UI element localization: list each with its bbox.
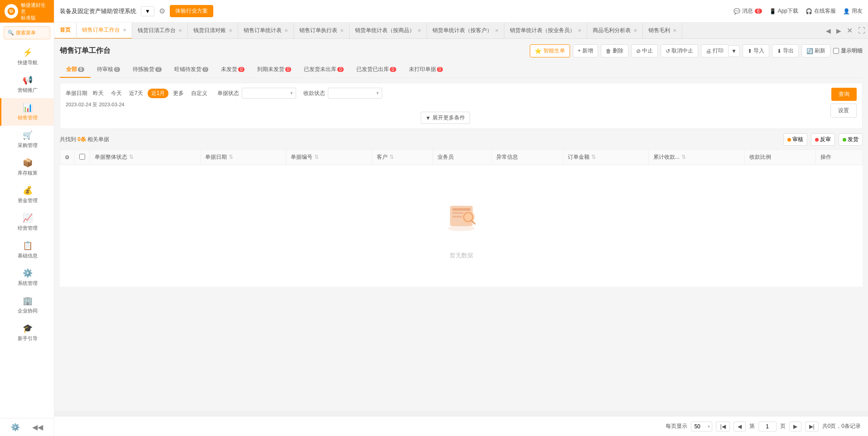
export-icon: ⬇ xyxy=(777,48,782,54)
tab-sales-gross[interactable]: 销售毛利 ✕ xyxy=(643,23,682,39)
sidebar-item-newbie[interactable]: 🎓 新手引导 xyxy=(0,319,54,346)
refresh-button[interactable]: 🔄 刷新 xyxy=(801,44,830,57)
status-select[interactable] xyxy=(242,88,296,99)
subtab-shipped-not-stocked[interactable]: 已发货未出库0 xyxy=(297,62,350,78)
tab-scroll-right-button[interactable]: ▶ xyxy=(834,23,844,39)
first-page-button[interactable]: |◀ xyxy=(716,422,729,431)
sidebar-item-finance[interactable]: 💰 资金管理 xyxy=(0,181,54,209)
select-all-checkbox[interactable] xyxy=(79,154,85,160)
operations-icon: 📈 xyxy=(23,213,33,223)
tab-sales-workbench[interactable]: 销售订单工作台 ✕ xyxy=(77,23,132,39)
uncheck-action-button[interactable]: 反审 xyxy=(811,133,835,146)
tab-close-sales-gross[interactable]: ✕ xyxy=(673,28,676,33)
tab-cash-daily[interactable]: 钱货日清工作台 ✕ xyxy=(132,23,188,39)
sidebar-item-purchase[interactable]: 🛒 采购管理 xyxy=(0,126,54,153)
print-dropdown-button[interactable]: ▼ xyxy=(728,45,740,57)
smart-create-button[interactable]: ⭐ 智能生单 xyxy=(530,44,570,57)
page-input[interactable] xyxy=(758,422,777,431)
industry-btn[interactable]: 体验行业方案 xyxy=(170,5,213,17)
subtab-unprinted[interactable]: 未打印单据0 xyxy=(403,62,450,78)
main-area: 装备及固定资产辅助管理系统 ▼ ⚙ 体验行业方案 💬 消息 6 📱 App下载 … xyxy=(54,0,868,436)
tab-gross-profit[interactable]: 商品毛利分析表 ✕ xyxy=(587,23,643,39)
page-suffix: 页 xyxy=(780,422,786,430)
ship-action-button[interactable]: 发货 xyxy=(839,133,863,146)
sidebar-item-inventory[interactable]: 📦 库存核算 xyxy=(0,153,54,181)
date-opt-more[interactable]: 更多 xyxy=(170,89,187,98)
print-icon: 🖨 xyxy=(706,48,711,54)
topbar-gear-button[interactable]: ⚙ xyxy=(159,7,165,15)
export-button[interactable]: ⬇ 导出 xyxy=(772,44,799,57)
delete-button[interactable]: 🗑 删除 xyxy=(601,44,628,57)
subtab-all[interactable]: 全部0 xyxy=(60,62,91,78)
th-staff: 业务员 xyxy=(433,150,492,165)
subtab-pending-review[interactable]: 待审核0 xyxy=(91,62,127,78)
app-download-button[interactable]: 📱 App下载 xyxy=(769,7,798,15)
user-menu-button[interactable]: 👤 用友 xyxy=(843,7,863,15)
tab-close-sales-stat-customer[interactable]: ✕ xyxy=(495,28,499,33)
next-page-button[interactable]: ▶ xyxy=(789,422,801,431)
print-button[interactable]: 🖨 打印 xyxy=(701,44,728,57)
tab-close-sales-workbench[interactable]: ✕ xyxy=(123,28,126,33)
subtab-shipped-stocked[interactable]: 已发货已出库0 xyxy=(350,62,403,78)
sidebar-item-enterprise[interactable]: 🏢 企业协同 xyxy=(0,291,54,319)
tab-home[interactable]: 首页 xyxy=(54,23,77,39)
tab-sales-stat-staff[interactable]: 销货单统计表（按业务员） ✕ xyxy=(504,23,587,39)
settings-footer-button[interactable]: ⚙️ xyxy=(11,423,20,431)
tab-sales-stat-product[interactable]: 销货单统计表（按商品） ✕ xyxy=(350,23,427,39)
horizontal-scrollbar[interactable] xyxy=(54,411,868,416)
review-action-button[interactable]: 审核 xyxy=(783,133,807,146)
subtab-overdue-unshipped[interactable]: 到期未发货0 xyxy=(251,62,298,78)
sidebar-item-quicknav[interactable]: ⚡ 快捷导航 xyxy=(0,43,54,71)
tab-close-gross-profit[interactable]: ✕ xyxy=(633,28,637,33)
stop-button[interactable]: ⊘ 中止 xyxy=(631,44,658,57)
subtab-pending-inspect[interactable]: 待拣验货0 xyxy=(126,62,168,78)
sidebar-item-marketing[interactable]: 📢 营销推广 xyxy=(0,71,54,98)
tab-close-sales-exec[interactable]: ✕ xyxy=(340,28,344,33)
date-opt-today[interactable]: 今天 xyxy=(108,89,125,98)
content-inner: 销售订单工作台 ⭐ 智能生单 + 新增 🗑 删除 ⊘ 中止 xyxy=(54,39,868,411)
tab-fullscreen-button[interactable]: ⛶ xyxy=(855,23,868,39)
show-detail-checkbox[interactable]: 显示明细 xyxy=(833,47,863,55)
sidebar-item-sales[interactable]: 📊 销售管理 xyxy=(0,98,54,126)
date-opt-7days[interactable]: 近7天 xyxy=(126,89,146,98)
add-button[interactable]: + 新增 xyxy=(573,44,598,57)
query-button[interactable]: 查询 xyxy=(831,88,857,101)
prev-page-button[interactable]: ◀ xyxy=(734,422,746,431)
tab-close-cash-reconcile[interactable]: ✕ xyxy=(229,28,232,33)
set-button[interactable]: 设置 xyxy=(830,104,857,118)
tab-close-sales-stat-product[interactable]: ✕ xyxy=(417,28,421,33)
online-service-button[interactable]: 🎧 在线客服 xyxy=(806,7,836,15)
tab-cash-reconcile[interactable]: 钱货日清对账 ✕ xyxy=(188,23,238,39)
date-opt-1month[interactable]: 近1月 xyxy=(148,89,169,98)
tab-sales-stats[interactable]: 销售订单统计表 ✕ xyxy=(238,23,294,39)
tab-close-sales-stats[interactable]: ✕ xyxy=(284,28,288,33)
search-menu-button[interactable]: 🔍 搜索菜单 xyxy=(4,26,50,39)
tab-close-sales-stat-staff[interactable]: ✕ xyxy=(578,28,581,33)
logo-icon: 畅 xyxy=(5,4,18,19)
sidebar-item-basic[interactable]: 📋 基础信息 xyxy=(0,236,54,264)
cancel-stop-button[interactable]: ↺ 取消中止 xyxy=(661,44,698,57)
expand-filter-button[interactable]: ▼ 展开更多条件 xyxy=(421,112,470,124)
sidebar-item-system[interactable]: ⚙️ 系统管理 xyxy=(0,264,54,291)
tab-scroll-left-button[interactable]: ◀ xyxy=(823,23,834,39)
last-page-button[interactable]: ▶| xyxy=(805,422,819,431)
tab-close-all-button[interactable]: ✕ xyxy=(844,23,855,39)
subtab-unshipped[interactable]: 未发货0 xyxy=(215,62,251,78)
messages-button[interactable]: 💬 消息 6 xyxy=(734,7,762,15)
system-dropdown-button[interactable]: ▼ xyxy=(141,6,154,16)
tab-close-cash-daily[interactable]: ✕ xyxy=(178,28,182,33)
show-detail-input[interactable] xyxy=(833,48,839,54)
per-page-select[interactable]: 50 100 200 xyxy=(691,422,712,431)
collapse-button[interactable]: ◀◀ xyxy=(32,423,43,431)
tab-sales-exec[interactable]: 销售订单执行表 ✕ xyxy=(294,23,350,39)
filter-status-item: 单据状态 xyxy=(217,88,296,99)
tab-sales-stat-customer[interactable]: 销货单统计表（按客户） ✕ xyxy=(427,23,504,39)
subtab-wangpu-pending[interactable]: 旺铺待发货0 xyxy=(168,62,215,78)
import-button[interactable]: ⬆ 导入 xyxy=(743,44,769,57)
finance-icon: 💰 xyxy=(23,185,33,195)
tabbar-arrows: ◀ ▶ ✕ ⛶ xyxy=(823,23,868,39)
sidebar-item-operations[interactable]: 📈 经营管理 xyxy=(0,209,54,236)
payment-select[interactable] xyxy=(328,88,382,99)
date-opt-yesterday[interactable]: 昨天 xyxy=(90,89,106,98)
date-opt-custom[interactable]: 自定义 xyxy=(188,89,210,98)
